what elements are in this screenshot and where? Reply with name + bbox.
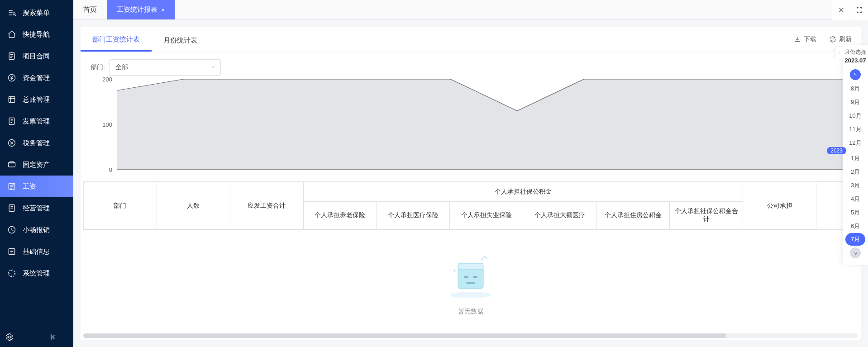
money-icon <box>7 73 16 82</box>
sidebar-item-0[interactable]: 搜索菜单 <box>0 2 73 24</box>
sidebar-item-label: 经营管理 <box>23 204 50 213</box>
svg-point-20 <box>453 269 456 272</box>
chart-ytick: 0 <box>109 166 112 173</box>
empty-state: 暂无数据 <box>81 230 861 331</box>
sidebar-item-7[interactable]: 固定资产 <box>0 154 73 176</box>
operation-icon <box>7 204 16 213</box>
chart-ytick: 200 <box>102 76 112 83</box>
col-subheader: 个人承担大额医疗 <box>523 202 596 229</box>
month-select-panel: 月份选择 2023.07 8月9月10月11月12月20231月2月3月4月5月… <box>843 45 868 265</box>
month-option[interactable]: 12月 <box>843 136 868 150</box>
month-option[interactable]: 1月 <box>843 152 868 165</box>
sidebar-item-label: 快捷导航 <box>23 30 50 39</box>
tax-icon <box>7 138 16 147</box>
scrollbar-thumb[interactable] <box>83 333 726 338</box>
filter-row: 部门: 全部 <box>81 52 861 79</box>
page-tab-label: 首页 <box>83 5 97 14</box>
month-list: 8月9月10月11月12月20231月2月3月4月5月6月7月 <box>843 82 868 246</box>
chart-ytick: 100 <box>102 121 112 128</box>
ledger-icon <box>7 95 16 104</box>
empty-text: 暂无数据 <box>458 308 483 316</box>
sidebar-item-label: 资金管理 <box>23 74 50 82</box>
gear-icon[interactable] <box>5 333 14 342</box>
inner-tab-0[interactable]: 部门工资统计表 <box>81 27 152 52</box>
inner-tabs: 部门工资统计表月份统计表 <box>81 27 209 52</box>
month-scroll-up-button[interactable] <box>850 69 861 80</box>
month-option[interactable]: 9月 <box>843 95 868 109</box>
svg-rect-16 <box>458 263 483 270</box>
system-icon <box>7 269 16 278</box>
col-subheader: 个人承担医疗保险 <box>377 202 450 229</box>
col-subheader: 个人承担社保公积金合计 <box>670 202 743 229</box>
month-option[interactable]: 10月 <box>843 109 868 123</box>
month-option[interactable]: 8月 <box>843 82 868 95</box>
horizontal-scrollbar[interactable] <box>83 333 858 338</box>
svg-rect-18 <box>473 276 477 278</box>
month-panel-title: 月份选择 <box>844 49 866 56</box>
table-wrap: 部门人数应发工资合计个人承担社保公积金公司承担个人承担养老保险个人承担医疗保险个… <box>83 181 858 230</box>
tabbar-right-controls <box>832 0 868 19</box>
collapse-sidebar-icon[interactable] <box>50 333 58 342</box>
sidebar-item-10[interactable]: 小畅报销 <box>0 219 73 241</box>
sidebar-item-label: 系统管理 <box>23 269 50 278</box>
col-subheader: 个人承担养老保险 <box>303 202 377 229</box>
sidebar-item-1[interactable]: 快捷导航 <box>0 24 73 45</box>
svg-point-0 <box>13 13 15 15</box>
inner-tab-1[interactable]: 月份统计表 <box>152 28 209 51</box>
sidebar-item-12[interactable]: 系统管理 <box>0 262 73 284</box>
main: 首页工资统计报表× 部门工资统计表月份统计表 下载 刷新 <box>73 0 868 347</box>
month-option[interactable]: 5月 <box>843 206 868 219</box>
col-header: 人数 <box>157 182 230 229</box>
sidebar-item-label: 固定资产 <box>23 161 50 169</box>
sidebar-nav: 搜索菜单快捷导航项目合同资金管理总账管理发票管理税务管理固定资产工资经营管理小畅… <box>0 0 73 284</box>
refresh-button[interactable]: 刷新 <box>829 35 852 43</box>
empty-illustration-icon <box>444 250 498 299</box>
download-button[interactable]: 下载 <box>794 35 816 43</box>
sidebar-item-8[interactable]: 工资 <box>0 176 73 197</box>
month-panel-toggle[interactable] <box>835 47 843 59</box>
close-icon[interactable]: × <box>161 6 165 14</box>
sidebar-item-3[interactable]: 资金管理 <box>0 67 73 89</box>
col-header: 部门 <box>84 182 157 229</box>
close-all-tabs-button[interactable] <box>832 0 850 20</box>
month-option[interactable]: 2月 <box>843 165 868 179</box>
page-tab-0[interactable]: 首页 <box>73 0 107 19</box>
sidebar-item-5[interactable]: 发票管理 <box>0 110 73 132</box>
month-option[interactable]: 11月 <box>843 123 868 136</box>
page-tab-1[interactable]: 工资统计报表× <box>107 0 175 19</box>
sidebar-item-label: 搜索菜单 <box>23 9 50 17</box>
page-tab-label: 工资统计报表 <box>117 5 157 14</box>
sidebar-item-label: 项目合同 <box>23 52 50 61</box>
fullscreen-button[interactable] <box>850 0 868 20</box>
month-scroll-down-button[interactable] <box>850 247 861 258</box>
sidebar-item-2[interactable]: 项目合同 <box>0 45 73 67</box>
download-label: 下载 <box>804 35 816 43</box>
sidebar-item-11[interactable]: 基础信息 <box>0 241 73 262</box>
dept-select[interactable]: 全部 <box>110 59 221 76</box>
svg-rect-6 <box>9 162 15 167</box>
sidebar-item-label: 总账管理 <box>23 95 50 104</box>
col-header: 应发工资合计 <box>230 182 303 229</box>
invoice-icon <box>7 117 16 126</box>
sidebar-bottom <box>0 328 73 347</box>
page-tabbar: 首页工资统计报表× <box>73 0 868 20</box>
svg-rect-3 <box>9 96 14 102</box>
head-actions: 下载 刷新 <box>794 35 852 43</box>
contract-icon <box>7 52 16 61</box>
month-option[interactable]: 3月 <box>843 179 868 192</box>
sidebar: 搜索菜单快捷导航项目合同资金管理总账管理发票管理税务管理固定资产工资经营管理小畅… <box>0 0 73 347</box>
col-subheader: 个人承担失业保险 <box>450 202 523 229</box>
month-option[interactable]: 6月 <box>843 219 868 233</box>
month-option[interactable]: 4月 <box>843 192 868 206</box>
sidebar-item-6[interactable]: 税务管理 <box>0 132 73 154</box>
sidebar-item-label: 税务管理 <box>23 139 50 147</box>
dept-select-value: 全部 <box>115 63 128 71</box>
sidebar-item-4[interactable]: 总账管理 <box>0 89 73 110</box>
sidebar-item-9[interactable]: 经营管理 <box>0 197 73 219</box>
content-card: 部门工资统计表月份统计表 下载 刷新 部门: 全部 <box>81 27 861 340</box>
sidebar-item-label: 工资 <box>23 182 36 191</box>
month-option[interactable]: 7月 <box>845 233 865 246</box>
salary-icon <box>7 182 16 191</box>
chevron-down-icon <box>210 64 216 71</box>
svg-rect-19 <box>466 282 475 284</box>
